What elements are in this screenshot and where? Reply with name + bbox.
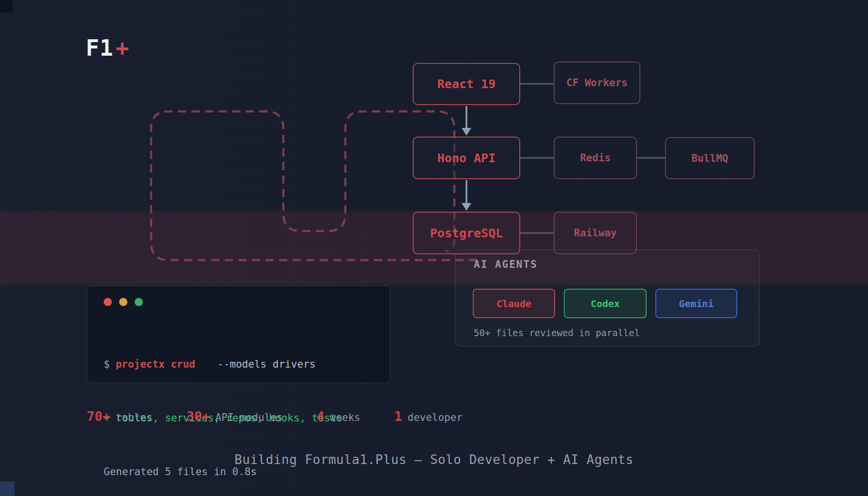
stat-value: 70+ <box>87 409 110 424</box>
agent-button-codex[interactable]: Codex <box>564 289 647 318</box>
stat-developer: 1 developer <box>394 409 463 424</box>
node-hono-api[interactable]: Hono API <box>413 137 520 179</box>
node-postgresql[interactable]: PostgreSQL <box>413 212 520 254</box>
terminal-output: $projectx crud--models drivers + routes,… <box>104 320 390 496</box>
terminal-command-args: --models drivers <box>217 358 315 370</box>
terminal-window: $projectx crud--models drivers + routes,… <box>87 285 390 383</box>
agent-button-claude[interactable]: Claude <box>473 289 555 318</box>
stat-api-modules: 30+ API modules <box>186 409 283 424</box>
node-react19[interactable]: React 19 <box>413 63 520 105</box>
window-controls <box>87 286 390 306</box>
stat-label: API modules <box>215 412 282 423</box>
stat-value: 30+ <box>186 409 210 424</box>
agent-button-gemini[interactable]: Gemini <box>655 289 737 318</box>
app-logo: F1+ <box>86 35 129 61</box>
node-cf-workers[interactable]: CF Workers <box>554 62 640 104</box>
logo-text: F1 <box>86 35 113 61</box>
stat-value: 1 <box>394 409 402 424</box>
slide-canvas: F1+ React 19 CF Workers Hono API Redis B… <box>0 0 868 496</box>
stat-tables: 70+ tables <box>87 409 153 424</box>
stat-label: developer <box>407 412 463 423</box>
ai-agents-caption: 50+ files reviewed in parallel <box>474 327 640 338</box>
stat-weeks: 4 weeks <box>317 409 360 424</box>
ai-agents-title: AI AGENTS <box>474 259 538 270</box>
node-redis[interactable]: Redis <box>554 137 637 179</box>
node-railway[interactable]: Railway <box>554 212 637 254</box>
terminal-prompt: $ <box>104 358 110 370</box>
arrow-react-to-hono-head <box>462 128 471 136</box>
window-dot-green-icon <box>135 298 143 306</box>
stat-label: weeks <box>330 412 360 423</box>
arrow-hono-to-postgres-head <box>462 203 471 211</box>
window-dot-yellow-icon <box>119 298 127 306</box>
stat-value: 4 <box>317 409 325 424</box>
stat-label: tables <box>116 412 153 423</box>
stats-row: 70+ tables 30+ API modules 4 weeks 1 dev… <box>87 409 463 424</box>
terminal-command-line: $projectx crud--models drivers <box>104 356 390 373</box>
window-dot-red-icon <box>104 298 112 306</box>
ai-agents-button-row: Claude Codex Gemini <box>473 289 737 318</box>
terminal-command: projectx crud <box>116 358 195 370</box>
ai-agents-panel: AI AGENTS Claude Codex Gemini 50+ files … <box>455 249 760 346</box>
node-bullmq[interactable]: BullMQ <box>665 137 755 179</box>
logo-plus-accent: + <box>115 35 129 61</box>
slide-title: Building Formula1.Plus — Solo Developer … <box>0 452 868 467</box>
